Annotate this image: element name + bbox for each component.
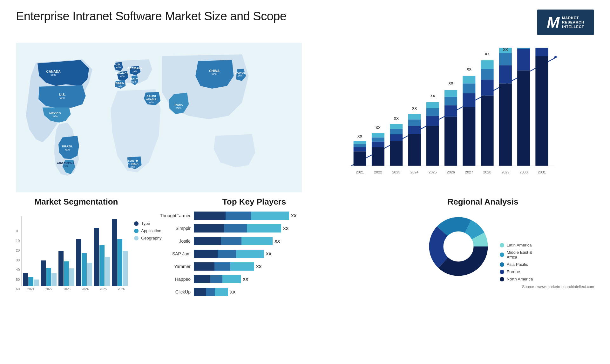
svg-rect-38 [354,141,366,144]
player-name-simpplr: Simpplr [149,226,191,231]
svg-rect-65 [444,117,457,166]
legend-latin-america: Latin America [500,243,533,247]
svg-text:2027: 2027 [465,170,473,174]
svg-rect-72 [463,93,475,107]
svg-rect-44 [372,133,384,137]
svg-text:2024: 2024 [410,170,419,174]
y-axis-labels: 60 50 40 30 20 10 0 [16,229,21,291]
svg-rect-60 [426,116,439,126]
regional-legend: Latin America Middle East &Africa Asia P… [500,243,533,281]
svg-rect-47 [390,141,403,166]
svg-rect-50 [390,124,403,129]
segmentation-section: Market Segmentation 60 50 40 30 20 10 0 [16,197,137,300]
svg-rect-89 [517,71,530,166]
svg-text:XX: XX [448,81,453,85]
svg-text:xx%: xx% [51,73,56,77]
europe-dot [500,270,504,274]
player-bar-happeo: XX [194,275,359,283]
svg-text:XX: XX [357,134,363,138]
svg-text:ITALY: ITALY [130,77,138,81]
svg-text:xx%: xx% [60,96,65,100]
svg-text:U.S.: U.S. [59,93,65,97]
svg-rect-95 [535,56,548,166]
player-bar-sapjam: XX [194,250,359,258]
asia-pacific-dot [500,262,504,267]
middle-east-dot [500,253,504,257]
player-name-jostle: Jostle [149,239,191,244]
svg-text:XX: XX [430,94,435,98]
player-name-happeo: Happeo [149,277,191,282]
legend-north-america: North America [500,277,533,281]
svg-rect-35 [354,151,366,166]
svg-text:xx%: xx% [53,115,58,118]
svg-text:AFRICA: AFRICA [127,162,139,165]
logo-letter: M [547,14,559,31]
svg-rect-96 [535,48,548,56]
key-players-section: Top Key Players ThoughtFarmer XX Simpplr [143,197,365,300]
logo-box: M MARKET RESEARCH INTELLECT [537,10,594,35]
svg-text:xx%: xx% [149,101,154,104]
source-text: Source : www.marketresearchintellect.com [522,285,594,289]
svg-rect-80 [481,60,494,69]
latin-america-dot [500,243,504,247]
svg-text:INDIA: INDIA [175,103,183,106]
svg-rect-66 [444,105,457,117]
svg-rect-36 [354,147,366,151]
regional-title: Regional Analysis [448,197,518,207]
svg-rect-83 [499,84,512,166]
svg-text:xx%: xx% [118,85,123,88]
player-bar-clickup: XX [194,288,359,296]
svg-rect-90 [517,49,530,71]
svg-rect-74 [463,76,475,84]
player-row-jostle: Jostle XX [149,237,359,245]
svg-rect-77 [481,96,494,166]
svg-rect-61 [426,108,439,116]
svg-rect-79 [481,69,494,80]
svg-rect-48 [390,134,403,141]
svg-rect-53 [408,134,421,166]
svg-rect-59 [426,126,439,166]
header: Enterprise Intranet Software Market Size… [16,10,594,35]
svg-text:xx%: xx% [132,70,138,73]
svg-rect-49 [390,129,403,134]
svg-text:2031: 2031 [538,170,546,174]
svg-text:2025: 2025 [429,170,437,174]
player-name-sapjam: SAP Jam [149,251,191,256]
growth-chart-svg: XX 2021 XX 2022 XX 2023 [315,48,588,181]
svg-rect-37 [354,144,366,147]
player-row-simpplr: Simpplr XX [149,224,359,233]
svg-text:2022: 2022 [374,170,382,174]
svg-rect-43 [372,138,384,142]
svg-text:2023: 2023 [392,170,400,174]
page-container: Enterprise Intranet Software Market Size… [0,0,610,364]
player-row-thoughtfarmer: ThoughtFarmer XX [149,212,359,220]
player-bar-jostle: XX [194,237,359,245]
svg-text:xx%: xx% [120,75,125,78]
seg-group-2022 [41,260,57,286]
svg-text:xx%: xx% [212,72,217,76]
svg-text:ARGENTINA: ARGENTINA [57,161,75,165]
segmentation-title: Market Segmentation [16,197,137,207]
svg-text:xx%: xx% [237,74,242,77]
svg-rect-84 [499,65,512,83]
svg-text:xx%: xx% [63,165,68,168]
svg-text:2028: 2028 [483,170,491,174]
key-players-title: Top Key Players [149,197,359,207]
seg-group-2026 [112,219,128,286]
seg-group-2025 [94,228,110,286]
svg-rect-78 [481,80,494,96]
svg-rect-56 [408,114,421,119]
svg-text:JAPAN: JAPAN [235,71,245,74]
page-title: Enterprise Intranet Software Market Size… [16,10,287,23]
type-dot [134,221,139,226]
regional-section: Regional Analysis [372,197,594,300]
player-bar-thoughtfarmer: XX [194,212,359,220]
svg-text:XX: XX [376,126,381,130]
svg-text:MEXICO: MEXICO [49,111,61,115]
svg-rect-68 [444,90,457,97]
player-row-yammer: Yammer XX [149,262,359,271]
svg-text:2030: 2030 [519,170,527,174]
svg-text:BRAZIL: BRAZIL [62,145,73,148]
svg-rect-71 [463,107,475,166]
bottom-grid: Market Segmentation 60 50 40 30 20 10 0 [16,197,594,300]
